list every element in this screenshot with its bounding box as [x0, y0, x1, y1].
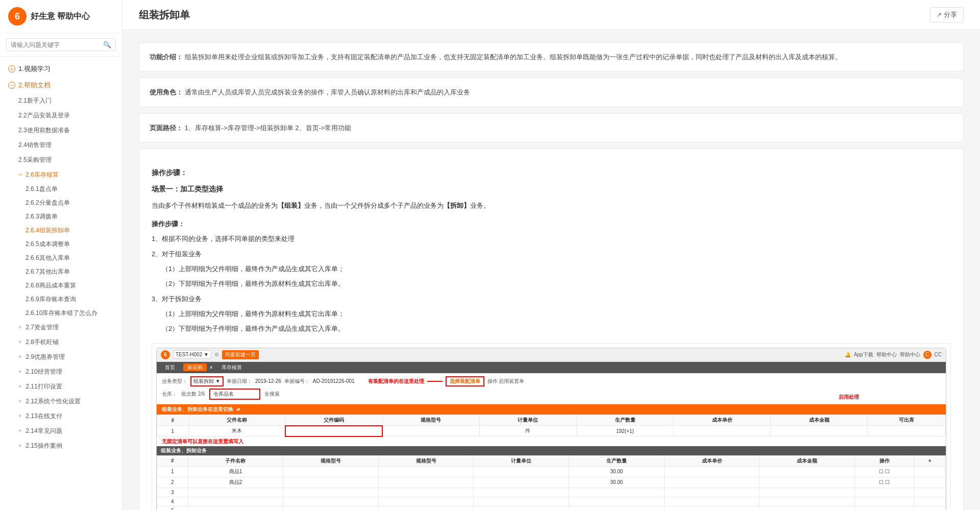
sidebar-item-faq[interactable]: + 2.14常见问题 — [0, 424, 122, 439]
share-icon: ↗ — [937, 11, 942, 18]
sidebar-item-otheroutput[interactable]: 2.6.7其他出库单 — [0, 265, 122, 279]
sim-child-r1-unit — [474, 466, 569, 477]
sidebar-item-inventory[interactable]: − 2.6库存核算 — [0, 167, 122, 182]
sim-child-col-qty: 生产数量 — [569, 455, 665, 466]
sim-col-cost-price: 成本单价 — [674, 415, 771, 426]
sim-child-r1-extra — [914, 466, 946, 477]
sim-col-available: 可出库 — [868, 415, 946, 426]
sim-settings-icon: ⚙ — [214, 352, 219, 357]
plus-icon-4: + — [18, 353, 22, 360]
sim-select-bom-btn: 选择装配清单 — [446, 376, 484, 386]
sim-child-r1-price — [664, 466, 760, 477]
sidebar-item-sales[interactable]: 2.4销售管理 — [0, 138, 122, 153]
search-input[interactable] — [11, 41, 103, 48]
step2-1: （1）上部明细为父件明细，最终作为产成品生成其它入库单； — [152, 263, 951, 275]
sidebar-item-datapre[interactable]: 2.3使用前数据准备 — [0, 123, 122, 138]
sidebar-item-install[interactable]: 2.2产品安装及登录 — [0, 108, 122, 123]
sidebar-item-stockcheck[interactable]: 2.6.1盘点单 — [0, 182, 122, 196]
sim-op-label: 操作 启用装置单 — [487, 378, 525, 385]
sim-child-table-area: 组装业务、拆卸业务 # 子件名称 规格型号 规格型号 计量单位 生产数量 — [157, 446, 946, 510]
sim-child-section-label: 组装业务、拆卸业务 — [157, 446, 946, 455]
sim-child-r1-name: 商品1 — [188, 466, 283, 477]
sim-child-col-cost-price: 成本单价 — [664, 455, 760, 466]
share-button[interactable]: ↗ 分享 — [930, 7, 964, 22]
sim-col-num: # — [157, 415, 189, 426]
sim-topbar-right: 🔔 App下载 帮助中心 帮助中心 C CC — [845, 351, 942, 359]
sidebar-item-coupon[interactable]: + 2.9优惠券管理 — [0, 350, 122, 365]
nav-section-1: + 1.视频学习 — [0, 61, 122, 77]
sim-parent-name: 米木 — [188, 426, 285, 436]
sim-child-r2-spec1 — [283, 477, 379, 488]
sim-form-row: 业务类型： 组装拆卸 ▼ 单据日期： 2019-12-26 单据编号： AD-2… — [162, 376, 941, 386]
plus-icon-9: + — [18, 427, 22, 434]
search-box: 🔍 — [6, 38, 116, 51]
sim-child-r2-qty: 30.00 — [569, 477, 665, 488]
sidebar-item-newuser[interactable]: 2.1新手入门 — [0, 93, 122, 108]
sidebar-item-partialcheck[interactable]: 2.6.2分量盘点单 — [0, 196, 122, 210]
sidebar-item-docs[interactable]: − 2.帮助文档 — [0, 77, 122, 93]
sim-flag-icon: 🔔 — [845, 352, 851, 357]
sidebar-item-assembly[interactable]: 2.6.4组装拆卸单 — [0, 224, 122, 237]
nav-section-2: − 2.帮助文档 2.1新手入门 2.2产品安装及登录 2.3使用前数据准备 2… — [0, 77, 122, 453]
sim-child-r2-unit — [474, 477, 569, 488]
sim-child-r2-amount — [760, 477, 855, 488]
sim-child-r2-name: 商品2 — [188, 477, 283, 488]
sim-child-col-num: # — [157, 455, 188, 466]
sim-child-row-4: 4 — [157, 497, 946, 506]
logo-text: 好生意 帮助中心 — [31, 11, 90, 22]
sidebar-item-management[interactable]: + 2.10经营管理 — [0, 365, 122, 379]
sim-nav-tab: 新采购 ✕ — [179, 362, 217, 373]
sidebar-item-cases[interactable]: + 2.15操作案例 — [0, 439, 122, 453]
sim-topbar: 6 TEST-H002 ▼ ⚙ 同窗新建一页 🔔 App下载 帮助中心 帮助中心… — [157, 348, 946, 362]
plus-icon-10: + — [18, 442, 22, 449]
sim-help-center: 帮助中心 — [876, 351, 897, 358]
sim-nav-home: 首页 — [161, 362, 179, 373]
sidebar-item-print[interactable]: + 2.11打印设置 — [0, 379, 122, 394]
func-intro-text: 组装拆卸单用来处理企业组装或拆卸等加工业务，支持有固定装配清单的产品加工业务，也… — [185, 53, 842, 61]
sim-parent-cost-price — [674, 426, 771, 436]
topbar: 组装拆卸单 ↗ 分享 — [122, 0, 980, 30]
sidebar-item-mobile[interactable]: + 2.8手机旺铺 — [0, 335, 122, 350]
sim-parent-code-input — [285, 426, 382, 436]
sim-child-row-2: 2 商品2 30.00 ☐ ☐ — [157, 477, 946, 488]
sidebar: 6 好生意 帮助中心 🔍 + 1.视频学习 − 2.帮助文档 2.1新手入门 2… — [0, 0, 122, 510]
sim-parent-qty: 192(+1) — [576, 426, 673, 436]
scene1-title: 场景一：加工类型选择 — [152, 183, 951, 196]
sim-new-tab-btn: 同窗新建一页 — [222, 350, 259, 359]
sim-code-value: AD-20191226-001 — [313, 378, 355, 384]
search-icon[interactable]: 🔍 — [103, 41, 111, 48]
sim-child-col-extra: + — [914, 455, 946, 466]
plus-icon-2: + — [18, 324, 22, 331]
sim-nav-tab-active: 新采购 — [183, 363, 207, 371]
sim-top-table-area: # 父件名称 父件编码 规格型号 计量单位 生产数量 成本单价 成本金额 可出库 — [157, 415, 946, 437]
sidebar-item-otherinput[interactable]: 2.6.6其他入库单 — [0, 251, 122, 265]
sim-col-cost-amount: 成本金额 — [771, 415, 868, 426]
sim-child-r2-extra — [914, 477, 946, 488]
sidebar-item-payment[interactable]: + 2.13在线支付 — [0, 409, 122, 424]
sim-qty-label: 批次数 2/6 — [181, 391, 205, 398]
scene1-desc: 当由多个子件材料组装成一个成品的业务为【组装】业务，当由一个父件拆分成多个子产品… — [152, 200, 951, 211]
sidebar-item-inventoryfix[interactable]: 2.6.10库存账本错了怎么办 — [0, 306, 122, 320]
sidebar-item-video[interactable]: + 1.视频学习 — [0, 61, 122, 77]
sim-annotation4-area: 无固定清单可以直接在这里置填写入 — [157, 437, 946, 445]
sidebar-item-inventoryquery[interactable]: 2.6.9库存账本查询 — [0, 293, 122, 306]
plus-icon-5: + — [18, 368, 22, 375]
sidebar-item-finance[interactable]: + 2.7资金管理 — [0, 320, 122, 335]
sidebar-item-purchase[interactable]: 2.5采购管理 — [0, 153, 122, 167]
op-steps-area: 操作步骤： 场景一：加工类型选择 当由多个子件材料组装成一个成品的业务为【组装】… — [139, 149, 964, 510]
sidebar-item-costrecalc[interactable]: 2.6.8商品成本重算 — [0, 279, 122, 293]
sim-customer-label: 仓库： — [162, 391, 177, 398]
sim-parent-table: # 父件名称 父件编码 规格型号 计量单位 生产数量 成本单价 成本金额 可出库 — [157, 415, 946, 437]
sim-annotation3: 启用处理 — [839, 394, 859, 401]
sidebar-item-personalize[interactable]: + 2.12系统个性化设置 — [0, 394, 122, 409]
sim-child-r1-qty: 30.00 — [569, 466, 665, 477]
sim-arrow1 — [427, 381, 443, 382]
sim-parent-available — [868, 426, 946, 436]
plus-icon: + — [8, 65, 15, 72]
sidebar-item-costadjust[interactable]: 2.6.5成本调整单 — [0, 237, 122, 251]
sim-nav: 首页 新采购 ✕ 库存核算 — [157, 362, 946, 373]
sim-col-spec: 规格型号 — [382, 415, 479, 426]
sim-col-qty: 生产数量 — [576, 415, 673, 426]
sim-child-col-spec1: 规格型号 — [283, 455, 379, 466]
sidebar-item-transfer[interactable]: 2.6.3调拨单 — [0, 210, 122, 224]
